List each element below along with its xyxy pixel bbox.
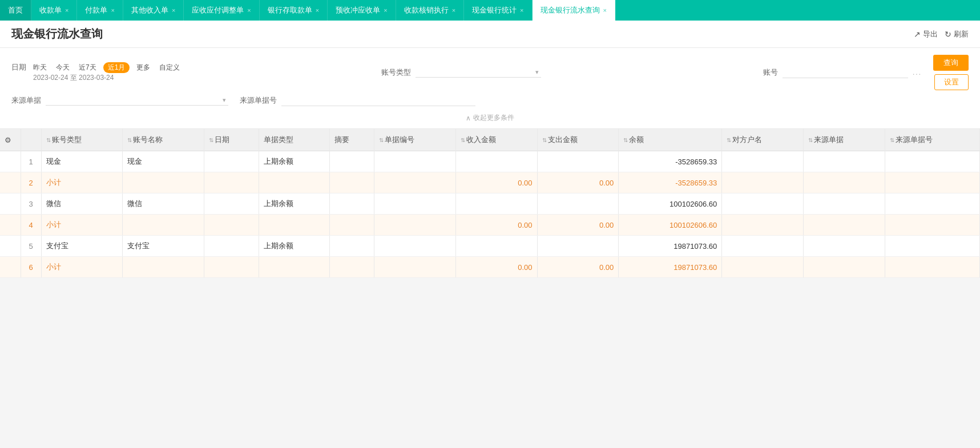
query-button[interactable]: 查询 [933, 55, 969, 71]
sort-icon: ⇅ [808, 137, 813, 143]
account-type-select[interactable]: ▾ [416, 67, 541, 78]
nav-bank-deposit[interactable]: 银行存取款单 × [260, 0, 328, 21]
gear-icon [5, 136, 11, 144]
date-range-display: 2023-02-24 至 2023-03-24 [33, 73, 182, 83]
date-filter-group: 日期 昨天 今天 近7天 近1月 更多 自定义 2023-02-24 至 202… [11, 62, 182, 83]
source-doc-label: 来源单据 [11, 95, 41, 106]
col-expense[interactable]: ⇅支出金额 [537, 129, 619, 151]
sort-icon: ⇅ [461, 137, 465, 143]
date-options: 昨天 今天 近7天 近1月 更多 自定义 [31, 62, 182, 73]
date-more[interactable]: 更多 [134, 62, 152, 73]
table-row: 3微信微信上期余额100102606.60 [0, 193, 980, 215]
action-buttons: 查询 设置 [933, 55, 969, 90]
col-source-doc-no[interactable]: ⇅来源单据号 [885, 129, 979, 151]
filter-row-2: 来源单据 ▾ 来源单据号 [11, 95, 969, 106]
col-doc-no[interactable]: ⇅单据编号 [374, 129, 456, 151]
refresh-icon: ↻ [945, 30, 951, 39]
nav-shoukuan[interactable]: 收款单 × [31, 0, 77, 21]
date-1month[interactable]: 近1月 [103, 62, 130, 73]
chevron-up-icon: ∧ [466, 114, 471, 122]
nav-fukuan[interactable]: 付款单 × [77, 0, 123, 21]
sort-icon: ⇅ [127, 137, 132, 143]
col-account-name[interactable]: ⇅账号名称 [123, 129, 204, 151]
nav-bank-stats[interactable]: 现金银行统计 × [464, 0, 532, 21]
close-icon[interactable]: × [520, 7, 523, 14]
filter-row-1: 日期 昨天 今天 近7天 近1月 更多 自定义 2023-02-24 至 202… [11, 55, 969, 90]
account-more-btn[interactable]: ... [913, 68, 922, 76]
table-row: 5支付宝支付宝上期余额19871073.60 [0, 236, 980, 257]
date-7days[interactable]: 近7天 [76, 62, 99, 73]
sort-icon: ⇅ [542, 137, 547, 143]
close-icon[interactable]: × [247, 7, 251, 14]
data-table: ⇅账号类型 ⇅账号名称 ⇅日期 单据类型 摘要 ⇅单据编号 ⇅收入金额 ⇅支出金… [0, 129, 980, 278]
collapse-bar[interactable]: ∧ 收起更多条件 [11, 111, 969, 123]
col-source-doc[interactable]: ⇅来源单据 [803, 129, 885, 151]
col-account-type[interactable]: ⇅账号类型 [41, 129, 123, 151]
nav-advance[interactable]: 预收冲应收单 × [328, 0, 396, 21]
table-header-row: ⇅账号类型 ⇅账号名称 ⇅日期 单据类型 摘要 ⇅单据编号 ⇅收入金额 ⇅支出金… [0, 129, 980, 151]
source-doc-no-filter: 来源单据号 [240, 95, 475, 106]
account-label: 账号 [763, 67, 778, 78]
col-num [21, 129, 41, 151]
close-icon[interactable]: × [384, 7, 387, 14]
sort-icon: ⇅ [46, 137, 51, 143]
date-label: 日期 [11, 62, 26, 72]
account-filter: 账号 ... [763, 67, 922, 78]
close-icon[interactable]: × [316, 7, 319, 14]
source-doc-no-label: 来源单据号 [240, 95, 277, 106]
table-row: 4小计0.000.00100102606.60 [0, 215, 980, 236]
nav-adjustment[interactable]: 应收应付调整单 × [184, 0, 259, 21]
nav-bank-flow[interactable]: 现金银行流水查询 × [533, 0, 615, 21]
page-title: 现金银行流水查询 [11, 26, 103, 42]
account-type-filter: 账号类型 ▾ [381, 67, 564, 78]
date-options-group: 昨天 今天 近7天 近1月 更多 自定义 2023-02-24 至 2023-0… [31, 62, 182, 83]
chevron-down-icon: ▾ [535, 68, 539, 76]
sort-icon: ⇅ [623, 137, 628, 143]
filter-area: 日期 昨天 今天 近7天 近1月 更多 自定义 2023-02-24 至 202… [0, 48, 980, 129]
export-icon: ↗ [914, 30, 921, 39]
date-custom[interactable]: 自定义 [157, 62, 182, 73]
col-doc-type: 单据类型 [259, 129, 330, 151]
nav-other-income[interactable]: 其他收入单 × [123, 0, 184, 21]
col-summary: 摘要 [330, 129, 374, 151]
sort-icon: ⇅ [727, 137, 731, 143]
col-counterpart[interactable]: ⇅对方户名 [722, 129, 804, 151]
header-actions: ↗ 导出 ↻ 刷新 [914, 29, 969, 39]
col-date[interactable]: ⇅日期 [204, 129, 259, 151]
table-body: 1现金现金上期余额-3528659.332小计0.000.00-3528659.… [0, 151, 980, 278]
date-today[interactable]: 今天 [54, 62, 72, 73]
page-header: 现金银行流水查询 ↗ 导出 ↻ 刷新 [0, 21, 980, 48]
col-settings[interactable] [0, 129, 21, 151]
settings-button[interactable]: 设置 [934, 74, 969, 90]
sort-icon: ⇅ [379, 137, 384, 143]
refresh-button[interactable]: ↻ 刷新 [945, 29, 969, 39]
chevron-down-icon: ▾ [223, 96, 226, 104]
source-doc-select[interactable]: ▾ [46, 95, 228, 106]
account-input[interactable] [783, 67, 908, 78]
table-row: 1现金现金上期余额-3528659.33 [0, 151, 980, 172]
collapse-label: 收起更多条件 [473, 113, 514, 123]
date-yesterday[interactable]: 昨天 [31, 62, 49, 73]
close-icon[interactable]: × [603, 7, 607, 14]
nav-verification[interactable]: 收款核销执行 × [396, 0, 464, 21]
export-button[interactable]: ↗ 导出 [914, 29, 938, 39]
close-icon[interactable]: × [65, 7, 68, 14]
close-icon[interactable]: × [111, 7, 114, 14]
sort-icon: ⇅ [890, 137, 894, 143]
table-row: 2小计0.000.00-3528659.33 [0, 172, 980, 193]
col-income[interactable]: ⇅收入金额 [455, 129, 537, 151]
sort-icon: ⇅ [209, 137, 213, 143]
close-icon[interactable]: × [172, 7, 175, 14]
table-area: ⇅账号类型 ⇅账号名称 ⇅日期 单据类型 摘要 ⇅单据编号 ⇅收入金额 ⇅支出金… [0, 129, 980, 278]
source-doc-no-input[interactable] [281, 95, 475, 106]
close-icon[interactable]: × [452, 7, 455, 14]
source-doc-filter: 来源单据 ▾ [11, 95, 228, 106]
account-type-label: 账号类型 [381, 67, 411, 78]
col-balance[interactable]: ⇅余额 [619, 129, 722, 151]
table-row: 6小计0.000.0019871073.60 [0, 257, 980, 278]
top-navigation: 首页 收款单 × 付款单 × 其他收入单 × 应收应付调整单 × 银行存取款单 … [0, 0, 980, 21]
nav-home[interactable]: 首页 [0, 0, 31, 21]
